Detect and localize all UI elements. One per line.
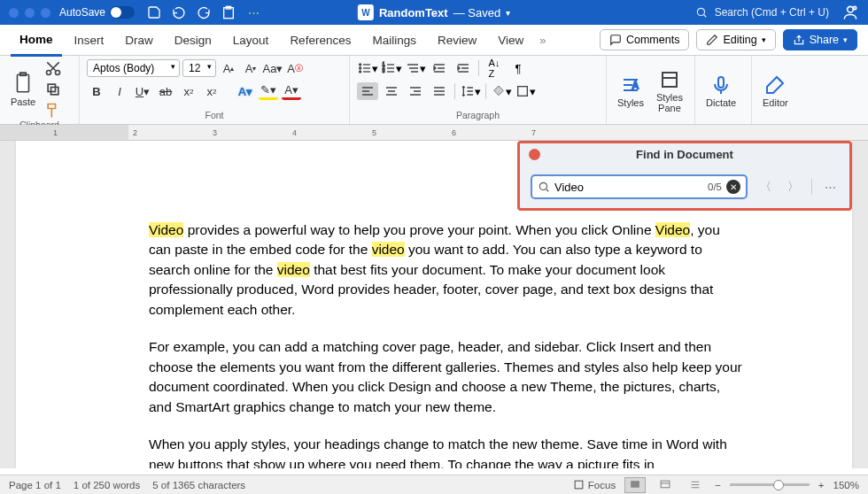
minimize-window-icon[interactable]	[25, 8, 35, 18]
undo-icon[interactable]	[172, 5, 186, 19]
group-paragraph: ▾ 123▾ ▾ A↓Z ¶ ▾ ▾ ▾ Paragraph	[350, 56, 607, 124]
outline-view-icon[interactable]	[685, 477, 706, 493]
clear-icon[interactable]: ✕	[726, 180, 740, 194]
cut-icon[interactable]	[44, 59, 62, 77]
tab-overflow-icon[interactable]: »	[539, 34, 546, 47]
zoom-slider[interactable]	[730, 483, 810, 486]
tab-draw[interactable]: Draw	[116, 28, 162, 52]
dictate-button[interactable]: Dictate	[702, 73, 740, 110]
search-placeholder: Search (Cmd + Ctrl + U)	[715, 6, 829, 19]
tab-references[interactable]: References	[281, 28, 360, 52]
web-layout-view-icon[interactable]	[655, 477, 676, 493]
chevron-down-icon: ▾	[843, 35, 848, 44]
document-viewport: Video provides a powerful way to help yo…	[0, 141, 868, 468]
horizontal-ruler[interactable]: 1 2 3 4 5 6 7	[0, 125, 868, 141]
find-input[interactable]	[554, 181, 703, 194]
change-case-icon[interactable]: Aa▾	[263, 59, 283, 77]
align-left-icon[interactable]	[357, 82, 378, 100]
bullets-icon[interactable]: ▾	[357, 59, 378, 77]
increase-indent-icon[interactable]	[453, 59, 474, 77]
editing-mode-button[interactable]: Editing ▾	[696, 29, 775, 50]
bold-button[interactable]: B	[87, 82, 106, 100]
document-title: W RandomText — Saved ▾	[358, 4, 510, 20]
share-button[interactable]: Share ▾	[783, 29, 857, 50]
autosave-label: AutoSave	[59, 6, 105, 19]
group-styles: A Styles Styles Pane	[607, 56, 695, 124]
svg-text:A: A	[632, 81, 639, 90]
zoom-percent[interactable]: 150%	[833, 480, 859, 490]
shading-icon[interactable]: ▾	[491, 82, 512, 100]
maximize-window-icon[interactable]	[41, 8, 50, 18]
tab-home[interactable]: Home	[11, 27, 62, 57]
copy-icon[interactable]	[44, 81, 62, 98]
zoom-in-icon[interactable]: +	[818, 480, 825, 490]
page-indicator[interactable]: Page 1 of 1	[9, 480, 61, 490]
decrease-indent-icon[interactable]	[429, 59, 450, 77]
print-layout-view-icon[interactable]	[624, 477, 646, 493]
increase-font-icon[interactable]: A▴	[219, 59, 238, 77]
close-window-icon[interactable]	[9, 8, 19, 18]
group-clipboard: Paste Clipboard	[0, 56, 80, 124]
styles-pane-button[interactable]: Styles Pane	[653, 67, 686, 115]
superscript-button[interactable]: x2	[202, 82, 221, 100]
borders-icon[interactable]: ▾	[515, 82, 536, 100]
char-count[interactable]: 5 of 1365 characters	[152, 480, 245, 490]
zoom-out-icon[interactable]: −	[715, 480, 721, 490]
autosave-toggle[interactable]: AutoSave	[59, 6, 135, 19]
tab-view[interactable]: View	[489, 28, 532, 52]
find-more-icon[interactable]: ⋯	[821, 179, 840, 196]
global-search[interactable]: Search (Cmd + Ctrl + U)	[695, 6, 829, 19]
numbering-icon[interactable]: 123▾	[381, 59, 402, 77]
save-icon[interactable]	[147, 5, 161, 19]
font-size-combo[interactable]: 12	[182, 59, 216, 77]
sort-icon[interactable]: A↓Z	[484, 59, 505, 77]
underline-button[interactable]: U▾	[133, 82, 152, 100]
word-count[interactable]: 1 of 250 words	[74, 480, 140, 490]
font-color-icon[interactable]: A▾	[282, 82, 301, 100]
clipboard-icon[interactable]	[221, 5, 236, 19]
justify-icon[interactable]	[429, 82, 450, 100]
italic-button[interactable]: I	[110, 82, 129, 100]
highlight-icon[interactable]: ✎▾	[259, 82, 278, 100]
paragraph-3[interactable]: When you apply styles, your headings cha…	[149, 435, 746, 468]
font-family-combo[interactable]: Aptos (Body)	[87, 59, 180, 77]
tab-mailings[interactable]: Mailings	[363, 28, 425, 52]
status-bar: Page 1 of 1 1 of 250 words 5 of 1365 cha…	[0, 475, 868, 494]
paragraph-2[interactable]: For example, you can add a matching cove…	[149, 337, 746, 417]
align-center-icon[interactable]	[381, 82, 402, 100]
toggle-icon[interactable]	[110, 6, 135, 19]
comment-icon	[609, 34, 622, 46]
group-dictate: Dictate	[695, 56, 752, 124]
decrease-font-icon[interactable]: A▾	[241, 59, 260, 77]
comments-button[interactable]: Comments	[600, 29, 689, 50]
paragraph-1[interactable]: Video provides a powerful way to help yo…	[149, 220, 746, 320]
redo-icon[interactable]	[197, 5, 211, 19]
tab-design[interactable]: Design	[166, 28, 221, 52]
show-marks-icon[interactable]: ¶	[508, 59, 529, 77]
text-effects-icon[interactable]: A▾	[236, 82, 255, 100]
find-prev-icon[interactable]: 〈	[756, 177, 775, 197]
styles-button[interactable]: A Styles	[614, 73, 647, 110]
find-search-field[interactable]: 0/5 ✕	[531, 174, 748, 199]
more-icon[interactable]: ⋯	[246, 5, 260, 19]
paste-button[interactable]: Paste	[7, 70, 39, 109]
user-share-icon[interactable]	[841, 4, 859, 21]
find-next-icon[interactable]: 〉	[784, 177, 802, 197]
editor-label: Editor	[763, 97, 788, 108]
chevron-down-icon[interactable]: ▾	[506, 8, 510, 18]
subscript-button[interactable]: x2	[179, 82, 198, 100]
line-spacing-icon[interactable]: ▾	[460, 82, 481, 100]
tab-review[interactable]: Review	[429, 28, 485, 52]
align-right-icon[interactable]	[405, 82, 426, 100]
tab-insert[interactable]: Insert	[66, 28, 113, 52]
editor-button[interactable]: Editor	[759, 73, 792, 110]
format-painter-icon[interactable]	[44, 102, 62, 120]
find-result-count: 0/5	[708, 181, 722, 192]
multilevel-list-icon[interactable]: ▾	[405, 59, 426, 77]
strikethrough-button[interactable]: ab	[156, 82, 175, 100]
focus-mode-button[interactable]: Focus	[573, 479, 616, 490]
svg-rect-23	[631, 481, 639, 488]
tab-layout[interactable]: Layout	[224, 28, 278, 52]
clear-formatting-icon[interactable]: Aⓧ	[285, 59, 305, 77]
close-icon[interactable]	[529, 149, 540, 160]
